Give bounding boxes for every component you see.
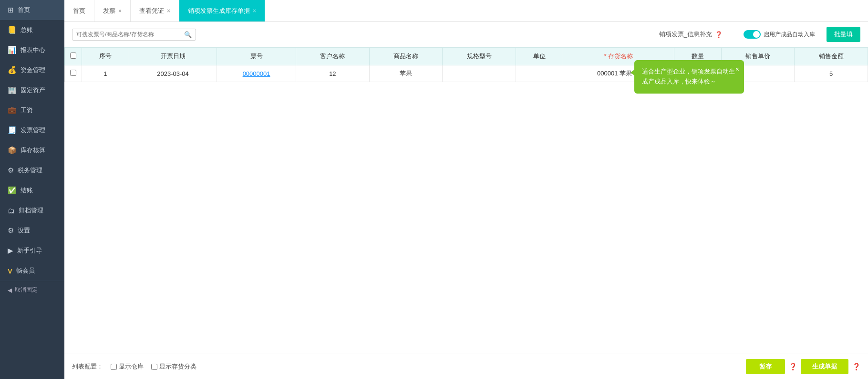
toggle-area: 启用产成品自动入库	[744, 30, 815, 39]
col-spec: 规格型号	[443, 48, 516, 65]
col-amount: 销售金额	[795, 48, 868, 65]
sidebar-item-tax[interactable]: ⚙ 税务管理	[0, 160, 64, 180]
sidebar-item-label: 首页	[18, 6, 30, 14]
sidebar-item-label: 报表中心	[21, 46, 45, 54]
row-spec	[443, 65, 516, 82]
row-customer: 12	[296, 65, 370, 82]
sidebar-item-label: 税务管理	[18, 166, 42, 175]
sidebar-item-label: 资金管理	[21, 66, 45, 74]
save-help-icon[interactable]: ❓	[789, 363, 797, 370]
row-seq: 1	[82, 65, 129, 82]
sidebar-item-label: 固定资产	[21, 86, 45, 95]
bottom-bar: 列表配置： 显示仓库 显示存货分类 暂存 ❓ 生成单据 ❓	[64, 354, 868, 379]
sidebar-item-label: 工资	[21, 106, 33, 115]
search-box[interactable]: 🔍	[72, 29, 196, 41]
sidebar-item-reports[interactable]: 📊 报表中心	[0, 40, 64, 60]
col-unit: 单位	[516, 48, 563, 65]
row-product: 苹果	[369, 65, 443, 82]
sidebar-item-ledger[interactable]: 📒 总账	[0, 20, 64, 40]
data-table: 序号 开票日期 票号 客户名称 商品名称 规格型号 单位 * 存货名称 数量 销…	[64, 47, 868, 82]
show-warehouse-label: 显示仓库	[119, 362, 144, 371]
row-number[interactable]: 00000001	[217, 65, 296, 82]
tab-home[interactable]: 首页	[64, 0, 94, 21]
info-help-icon[interactable]: ❓	[715, 31, 723, 38]
row-date: 2023-03-04	[129, 65, 217, 82]
sidebar-item-assets[interactable]: 🏢 固定资产	[0, 80, 64, 100]
tab-cancel-invoice-close[interactable]: ×	[253, 8, 256, 14]
sidebar-item-label: 结账	[21, 186, 33, 195]
reports-icon: 📊	[8, 46, 17, 54]
save-button[interactable]: 暂存	[746, 359, 785, 374]
cancel-fixed-icon: ◀	[8, 287, 12, 294]
show-inventory-category-checkbox[interactable]	[151, 364, 157, 370]
guide-icon: ▶	[8, 246, 13, 255]
col-customer: 客户名称	[296, 48, 370, 65]
table-row: 1 2023-03-04 00000001 12 苹果 000001 苹果 个 …	[65, 65, 868, 82]
show-inventory-category-checkbox-label[interactable]: 显示存货分类	[151, 362, 196, 371]
auto-stock-toggle[interactable]	[744, 30, 761, 39]
sidebar-item-home[interactable]: ⊞ 首页	[0, 0, 64, 20]
invoice-mgmt-icon: 🧾	[8, 126, 17, 135]
sidebar-item-label: 设置	[18, 226, 30, 235]
sidebar-item-inventory[interactable]: 📦 库存核算	[0, 140, 64, 160]
show-warehouse-checkbox-label[interactable]: 显示仓库	[111, 362, 144, 371]
sidebar-item-funds[interactable]: 💰 资金管理	[0, 60, 64, 80]
home-icon: ⊞	[8, 6, 14, 14]
select-all-checkbox[interactable]	[70, 53, 76, 59]
generate-button[interactable]: 生成单据	[801, 359, 848, 374]
tab-cancel-invoice-label: 销项发票生成库存单据	[188, 7, 250, 15]
settings-icon: ⚙	[8, 226, 14, 235]
sidebar-item-label: 库存核算	[21, 146, 45, 155]
cancel-fixed[interactable]: ◀ 取消固定	[0, 281, 64, 299]
row-unit	[516, 65, 563, 82]
tab-invoice[interactable]: 发票 ×	[94, 0, 131, 21]
funds-icon: 💰	[8, 66, 17, 74]
tax-icon: ⚙	[8, 166, 14, 175]
col-checkbox	[65, 48, 82, 65]
tab-bar: 首页 发票 × 查看凭证 × 销项发票生成库存单据 ×	[64, 0, 868, 22]
sidebar-item-wages[interactable]: 💼 工资	[0, 100, 64, 120]
tab-voucher-close[interactable]: ×	[167, 8, 170, 14]
show-warehouse-checkbox[interactable]	[111, 364, 117, 370]
sidebar-item-checkout[interactable]: ✅ 结账	[0, 180, 64, 200]
col-seq: 序号	[82, 48, 129, 65]
sidebar-item-member[interactable]: V 畅会员	[0, 261, 64, 281]
row-amount: 5	[795, 65, 868, 82]
toolbar: 🔍 销项发票_信息补充 ❓ 启用产成品自动入库 批量填	[64, 22, 868, 47]
sidebar: ⊞ 首页 📒 总账 📊 报表中心 💰 资金管理 🏢 固定资产 💼 工资 🧾 发票…	[0, 0, 64, 379]
tab-invoice-close[interactable]: ×	[118, 8, 122, 14]
wages-icon: 💼	[8, 106, 17, 115]
sidebar-item-settings[interactable]: ⚙ 设置	[0, 221, 64, 241]
sidebar-item-invoice-mgmt[interactable]: 🧾 发票管理	[0, 120, 64, 140]
tooltip-close-button[interactable]: ×	[735, 64, 739, 74]
search-input[interactable]	[76, 31, 181, 38]
toggle-label: 启用产成品自动入库	[764, 31, 815, 39]
info-label: 销项发票_信息补充	[659, 30, 712, 39]
action-buttons: 暂存 ❓ 生成单据 ❓	[746, 359, 860, 374]
tab-voucher-label: 查看凭证	[139, 7, 164, 15]
col-date: 开票日期	[129, 48, 217, 65]
search-icon[interactable]: 🔍	[184, 31, 192, 38]
member-icon: V	[8, 267, 12, 275]
tooltip-text: 适合生产型企业，销项发票自动生成产成品入库，快来体验～	[642, 68, 735, 85]
config-label: 列表配置：	[72, 362, 103, 371]
sidebar-item-archive[interactable]: 🗂 归档管理	[0, 200, 64, 221]
cancel-fixed-label: 取消固定	[15, 286, 38, 294]
tab-voucher[interactable]: 查看凭证 ×	[131, 0, 179, 21]
main-area: 首页 发票 × 查看凭证 × 销项发票生成库存单据 × 🔍 销项发票_信息补充 …	[64, 0, 868, 379]
info-section: 销项发票_信息补充 ❓	[659, 30, 723, 39]
row-checkbox-cell	[65, 65, 82, 82]
tooltip-popup: × 适合生产型企业，销项发票自动生成产成品入库，快来体验～	[634, 60, 744, 94]
assets-icon: 🏢	[8, 86, 17, 95]
tab-cancel-invoice[interactable]: 销项发票生成库存单据 ×	[179, 0, 265, 21]
batch-fill-button[interactable]: 批量填	[827, 27, 860, 42]
checkout-icon: ✅	[8, 186, 17, 195]
sidebar-item-guide[interactable]: ▶ 新手引导	[0, 241, 64, 261]
generate-help-icon[interactable]: ❓	[852, 363, 860, 370]
sidebar-item-label: 新手引导	[17, 246, 42, 255]
row-checkbox[interactable]	[70, 70, 76, 76]
show-inventory-category-label: 显示存货分类	[159, 362, 196, 371]
sidebar-item-label: 总账	[21, 26, 33, 34]
sidebar-item-label: 归档管理	[19, 206, 43, 215]
content-area: 🔍 销项发票_信息补充 ❓ 启用产成品自动入库 批量填	[64, 22, 868, 379]
